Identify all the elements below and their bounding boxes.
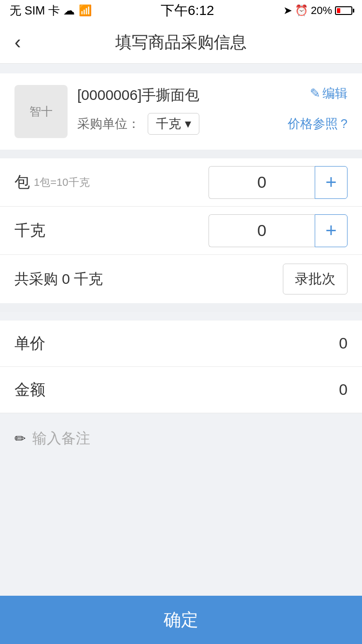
chevron-down-icon: ▾ — [185, 116, 191, 131]
product-image: 智十 — [14, 85, 68, 138]
battery-percent: 20% — [311, 4, 332, 17]
sim-label: 无 SIM 卡 ☁ — [10, 3, 75, 18]
pack-sublabel: 1包=10千克 — [34, 175, 90, 190]
alarm-icon: ⏰ — [295, 4, 308, 17]
note-placeholder: 输入备注 — [32, 429, 90, 448]
page-title: 填写商品采购信息 — [115, 31, 247, 54]
note-section[interactable]: ✏ 输入备注 — [0, 414, 362, 462]
product-name: [0000006]手撕面包 — [77, 85, 199, 105]
status-left: 无 SIM 卡 ☁ 📶 — [10, 3, 92, 18]
price-amount-section: 单价 0 金额 0 — [0, 321, 362, 413]
kg-input-wrap: 0 + — [209, 214, 348, 247]
pencil-icon: ✏ — [14, 431, 26, 447]
wifi-icon: 📶 — [79, 4, 92, 17]
unit-select[interactable]: 千克 ▾ — [148, 113, 199, 135]
edit-button[interactable]: ✎ 编辑 — [310, 85, 348, 102]
price-value: 0 — [339, 335, 348, 352]
kg-value: 0 — [257, 221, 266, 240]
edit-icon: ✎ — [310, 86, 320, 101]
pack-label: 包 — [14, 172, 30, 193]
status-bar: 无 SIM 卡 ☁ 📶 下午6:12 ➤ ⏰ 20% — [0, 0, 362, 21]
pack-input-row: 包 1包=10千克 0 + — [0, 158, 362, 207]
product-header: [0000006]手撕面包 ✎ 编辑 — [77, 85, 348, 105]
content-spacer — [0, 462, 362, 607]
record-batch-button[interactable]: 录批次 — [283, 264, 348, 294]
product-card: 智十 [0000006]手撕面包 ✎ 编辑 采购单位： 千克 ▾ 价格参照 ? — [0, 73, 362, 150]
kg-input-row: 千克 0 + — [0, 207, 362, 255]
unit-value: 千克 — [156, 115, 181, 132]
status-right: ➤ ⏰ 20% — [283, 4, 352, 17]
input-section: 包 1包=10千克 0 + 千克 0 + — [0, 158, 362, 255]
status-time: 下午6:12 — [161, 1, 214, 20]
pack-plus-button[interactable]: + — [315, 166, 348, 199]
price-ref-button[interactable]: 价格参照 ? — [288, 115, 348, 132]
total-row: 共采购 0 千克 录批次 — [0, 255, 362, 303]
amount-label: 金额 — [14, 379, 45, 401]
section-divider-1 — [0, 150, 362, 158]
kg-input-field[interactable]: 0 — [209, 214, 315, 247]
price-ref-label: 价格参照 — [288, 115, 338, 132]
total-text: 共采购 0 千克 — [14, 269, 103, 289]
kg-label: 千克 — [14, 220, 45, 241]
purchase-unit-row: 采购单位： 千克 ▾ 价格参照 ? — [77, 113, 348, 135]
pack-input-wrap: 0 + — [209, 166, 348, 199]
section-divider-2 — [0, 303, 362, 312]
location-icon: ➤ — [283, 4, 292, 17]
purchase-unit-label: 采购单位： — [77, 115, 140, 132]
product-logo: 智十 — [29, 104, 53, 119]
battery-icon — [335, 6, 352, 15]
pack-input-field[interactable]: 0 — [209, 166, 315, 199]
nav-bar: ‹ 填写商品采购信息 — [0, 21, 362, 64]
kg-plus-button[interactable]: + — [315, 214, 348, 247]
amount-value: 0 — [339, 381, 348, 399]
amount-row: 金额 0 — [0, 367, 362, 413]
pack-value: 0 — [257, 173, 266, 192]
back-button[interactable]: ‹ — [14, 31, 43, 53]
confirm-button[interactable]: 确定 — [0, 596, 362, 644]
edit-label: 编辑 — [322, 85, 348, 102]
info-icon: ? — [341, 116, 348, 131]
product-info: [0000006]手撕面包 ✎ 编辑 采购单位： 千克 ▾ 价格参照 ? — [77, 85, 348, 135]
price-row: 单价 0 — [0, 321, 362, 367]
price-label: 单价 — [14, 333, 45, 354]
